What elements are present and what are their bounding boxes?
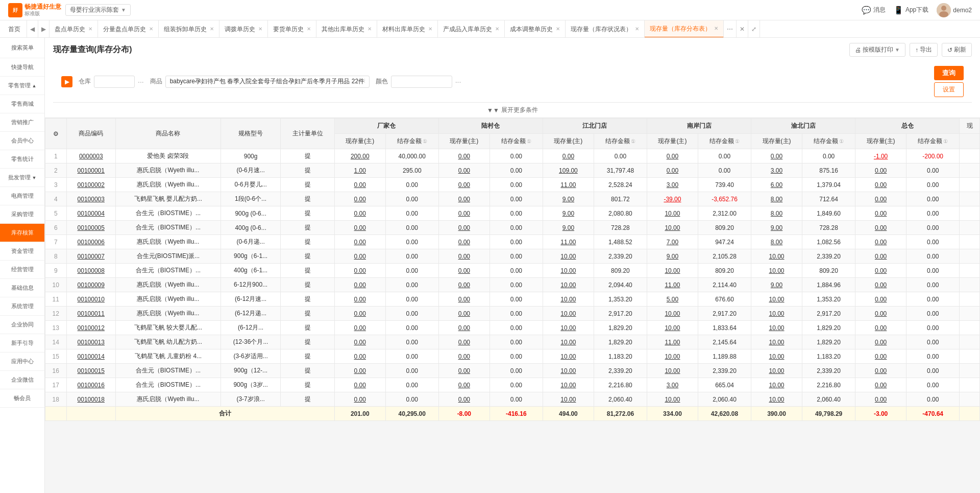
table-row: 1000100009惠氏启脱（Wyeth illu...6-12月900...提… bbox=[45, 278, 980, 292]
industry-selector[interactable]: 母婴行业演示陈套 ▼ bbox=[65, 4, 131, 16]
top-bar-left: 好 畅捷通好生意 标准版 母婴行业演示陈套 ▼ bbox=[8, 3, 131, 17]
table-row: 1600100015合生元（BIOSTIME）...900g（12-...提0.… bbox=[45, 364, 980, 378]
tab-product-inbound[interactable]: 产成品入库单历史✕ bbox=[438, 20, 505, 38]
table-row: 600100005合生元（BIOSTIME）...400g (0-6...提0.… bbox=[45, 221, 980, 235]
goods-filter: 商品 bbox=[150, 76, 370, 88]
message-btn[interactable]: 💬 消息 bbox=[862, 6, 886, 15]
tab-transfer-history[interactable]: 调拨单历史✕ bbox=[219, 20, 268, 38]
export-icon: ↑ bbox=[915, 46, 918, 54]
sidebar-item-enterprise-wechat[interactable]: 企业微信 bbox=[0, 371, 44, 389]
data-table: ⚙ 商品编码 商品名称 规格型号 主计量单位 厂家仓 陆村仓 江北门店 南岸门店… bbox=[45, 118, 980, 421]
sidebar-item-ecommerce[interactable]: 电商管理 bbox=[0, 187, 44, 205]
col-total-amt: 结存金额① bbox=[906, 134, 960, 149]
app-label: App下载 bbox=[905, 6, 928, 14]
color-input[interactable] bbox=[391, 76, 452, 88]
sidebar-item-new-guide[interactable]: 新手引导 bbox=[0, 334, 44, 353]
filter-bottom: ▼▼ 展开更多条件 bbox=[53, 103, 972, 118]
tab-cost-adjust[interactable]: 成本调整单历史✕ bbox=[505, 20, 566, 38]
tab-more-btn[interactable]: ⋯ bbox=[724, 20, 737, 38]
col-chang-amt: 结存金额① bbox=[385, 134, 438, 149]
col-code-header: 商品编码 bbox=[66, 119, 115, 149]
sidebar: 搜索英单 快捷导航 零售管理 ▲ 零售商城 营销推广 会员中心 零售统计 批发管… bbox=[0, 38, 45, 493]
sidebar-item-member-center[interactable]: 会员中心 bbox=[0, 132, 44, 150]
tab-expand-btn[interactable]: ⤢ bbox=[748, 20, 760, 38]
expand-more-btn[interactable]: ▼▼ 展开更多条件 bbox=[487, 106, 538, 114]
info-icon: ① bbox=[735, 138, 740, 144]
avatar bbox=[937, 3, 951, 17]
col-lu-amt: 结存金额① bbox=[489, 134, 543, 149]
message-label: 消息 bbox=[873, 6, 886, 14]
sidebar-item-search[interactable]: 搜索英单 bbox=[0, 38, 44, 58]
table-row: 500100004合生元（BIOSTIME）...900g (0-6...提0.… bbox=[45, 206, 980, 221]
sidebar-item-system-mgmt[interactable]: 系统管理 bbox=[0, 297, 44, 316]
tab-close-icon[interactable]: ✕ bbox=[495, 20, 499, 38]
sidebar-item-retail-mgmt[interactable]: 零售管理 ▲ bbox=[0, 77, 44, 95]
color-more-btn[interactable]: ··· bbox=[455, 78, 461, 86]
user-profile[interactable]: demo2 bbox=[937, 3, 972, 17]
filter-expand-btn[interactable]: ▶ bbox=[61, 76, 72, 87]
tab-next-btn[interactable]: ▶ bbox=[38, 20, 50, 38]
tab-requisition-history[interactable]: 要货单历史✕ bbox=[268, 20, 316, 38]
col-total-header: 总仓 bbox=[855, 119, 960, 134]
print-icon: 🖨 bbox=[855, 46, 861, 54]
table-row: 10000003爱他美 卤荣3段900g提200.0040,000.000.00… bbox=[45, 149, 980, 163]
warehouse-more-btn[interactable]: ··· bbox=[138, 78, 144, 86]
sidebar-item-retail-mall[interactable]: 零售商城 bbox=[0, 95, 44, 113]
table-row: 1400100013飞鹤星飞帆 幼儿配方奶...(12-36个月...提0.00… bbox=[45, 335, 980, 349]
total-row: 合计201.0040,295.00-8.00-416.16494.0081,27… bbox=[45, 407, 980, 421]
sidebar-item-basic-info[interactable]: 基础信息 bbox=[0, 279, 44, 297]
tab-close-icon[interactable]: ✕ bbox=[210, 20, 214, 38]
app-download-btn[interactable]: 📱 App下载 bbox=[894, 6, 928, 15]
tab-stock-status[interactable]: 现存量（库存状况表）✕ bbox=[566, 20, 645, 38]
tab-partial-inventory-history[interactable]: 分量盘点单历史✕ bbox=[98, 20, 159, 38]
sidebar-item-member[interactable]: 畅会员 bbox=[0, 389, 44, 408]
sub-arrow-icon2: ▼ bbox=[32, 175, 37, 180]
tab-close-icon[interactable]: ✕ bbox=[149, 20, 153, 38]
sub-arrow-icon: ▲ bbox=[32, 83, 37, 88]
sidebar-item-finance[interactable]: 资金管理 bbox=[0, 242, 44, 261]
goods-input[interactable] bbox=[165, 76, 370, 88]
col-name-header: 商品名称 bbox=[115, 119, 220, 149]
filter-bar: ▶ 仓库 ··· 商品 颜色 ··· 查询 设置 bbox=[53, 61, 972, 103]
print-btn[interactable]: 🖨 按模版打印 ▼ bbox=[849, 43, 905, 57]
query-btn[interactable]: 查询 bbox=[934, 66, 964, 80]
sidebar-item-purchase-mgmt[interactable]: 采购管理 bbox=[0, 205, 44, 224]
top-bar: 好 畅捷通好生意 标准版 母婴行业演示陈套 ▼ 💬 消息 📱 App下载 dem… bbox=[0, 0, 980, 20]
tab-outbound-history[interactable]: 其他出库单历史✕ bbox=[316, 20, 377, 38]
tab-home[interactable]: 首页 bbox=[2, 20, 27, 38]
tab-close-icon[interactable]: ✕ bbox=[635, 20, 639, 38]
tab-close-icon[interactable]: ✕ bbox=[714, 20, 718, 37]
tab-close-icon[interactable]: ✕ bbox=[88, 20, 92, 38]
tab-assembly-history[interactable]: 组装拆卸单历史✕ bbox=[159, 20, 219, 38]
refresh-btn[interactable]: ↺ 刷新 bbox=[942, 43, 972, 57]
info-icon: ① bbox=[423, 138, 427, 144]
table-row: 1500100014飞鹤星飞帆 儿童奶粉 4...(3-6岁适用...提0.00… bbox=[45, 349, 980, 364]
tab-stock-distribution[interactable]: 现存量（库存分布表）✕ bbox=[645, 20, 724, 38]
logo-area: 好 畅捷通好生意 标准版 bbox=[8, 3, 61, 17]
sidebar-item-quicknav[interactable]: 快捷导航 bbox=[0, 58, 44, 77]
sidebar-item-operations[interactable]: 经营管理 bbox=[0, 261, 44, 279]
export-btn[interactable]: ↑ 导出 bbox=[910, 43, 938, 57]
sidebar-item-retail-stats[interactable]: 零售统计 bbox=[0, 150, 44, 169]
expand-label: 展开更多条件 bbox=[501, 106, 538, 114]
col-unit-header: 主计量单位 bbox=[281, 119, 334, 149]
sidebar-item-app-center[interactable]: 应用中心 bbox=[0, 353, 44, 371]
col-lu-qty: 现存量(主) bbox=[438, 134, 489, 149]
sidebar-item-inventory[interactable]: 库存核算 bbox=[0, 224, 44, 242]
tab-prev-btn[interactable]: ◀ bbox=[27, 20, 38, 38]
tab-close-all-btn[interactable]: ✕ bbox=[737, 20, 748, 38]
tab-close-icon[interactable]: ✕ bbox=[307, 20, 311, 38]
sidebar-item-enterprise-collab[interactable]: 企业协同 bbox=[0, 316, 44, 334]
col-gear[interactable]: ⚙ bbox=[45, 119, 67, 149]
sidebar-item-marketing[interactable]: 营销推广 bbox=[0, 113, 44, 132]
setting-btn[interactable]: 设置 bbox=[934, 82, 964, 97]
warehouse-input[interactable] bbox=[94, 76, 135, 88]
tab-close-icon[interactable]: ✕ bbox=[556, 20, 560, 38]
tab-inventory-check-history[interactable]: 盘点单历史✕ bbox=[50, 20, 98, 38]
tab-material-outbound[interactable]: 材料出库单历史✕ bbox=[377, 20, 438, 38]
sidebar-item-wholesale-mgmt[interactable]: 批发管理 ▼ bbox=[0, 169, 44, 187]
table-container[interactable]: ⚙ 商品编码 商品名称 规格型号 主计量单位 厂家仓 陆村仓 江北门店 南岸门店… bbox=[45, 118, 980, 493]
tab-close-icon[interactable]: ✕ bbox=[258, 20, 262, 38]
tab-close-icon[interactable]: ✕ bbox=[368, 20, 372, 38]
tab-close-icon[interactable]: ✕ bbox=[428, 20, 432, 38]
